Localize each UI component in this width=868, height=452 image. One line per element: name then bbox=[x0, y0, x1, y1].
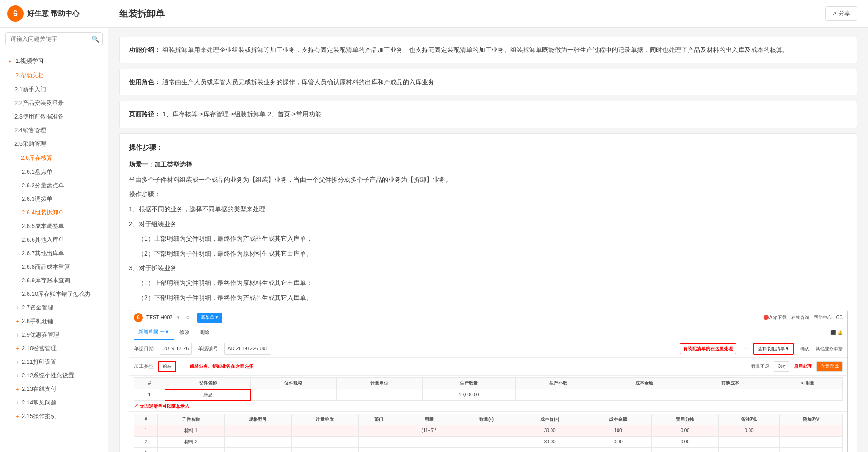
sidebar-child-label: 2.12系统个性化设置 bbox=[22, 371, 74, 380]
sidebar-grandchild-label: 2.6.1盘点单 bbox=[22, 168, 52, 176]
sidebar-item-cost[interactable]: 2.6.5成本调整单 bbox=[0, 219, 108, 233]
sidebar-item-finance[interactable]: ＋ 2.7资金管理 bbox=[0, 301, 108, 314]
col-cost-alloc: 费用分摊 bbox=[651, 414, 718, 425]
screenshot-inner: 6 TEST-H002 ▼ ⚙ 新架单▼ 🔴 App下载 在线咨询 帮助中心 C… bbox=[129, 310, 847, 452]
sidebar-item-custom[interactable]: ＋ 2.12系统个性化设置 bbox=[0, 369, 108, 382]
sidebar-child-label: 2.3使用前数据准备 bbox=[14, 113, 64, 121]
page-title: 组装拆卸单 bbox=[119, 8, 165, 20]
sidebar-item-video[interactable]: ＋ 1.视频学习 bbox=[0, 54, 108, 68]
main-area: 组装拆卸单 ↗ 分享 功能介绍： 组装拆卸单用来处理企业组装或拆卸等加工业务，支… bbox=[108, 0, 868, 452]
form-date-label: 单据日期 bbox=[134, 344, 154, 353]
form-code-label: 单据编号 bbox=[198, 344, 218, 353]
sidebar-item-goodscost[interactable]: 2.6.8商品成本重算 bbox=[0, 260, 108, 274]
sidebar-child-label: 2.5采购管理 bbox=[14, 140, 46, 148]
sidebar-item-sales[interactable]: 2.4销售管理 bbox=[0, 124, 108, 137]
select-bom-btn[interactable]: 选择装配清单▼ bbox=[753, 343, 794, 355]
sidebar-item-adjust[interactable]: 2.6.3调拨单 bbox=[0, 192, 108, 206]
sidebar-item-ops[interactable]: ＋ 2.10经营管理 bbox=[0, 342, 108, 355]
sidebar-item-outother[interactable]: 2.6.7其他出库单 bbox=[0, 247, 108, 260]
sidebar-item-partial[interactable]: 2.6.2分量盘点单 bbox=[0, 179, 108, 192]
sidebar-child-label: 2.8手机旺铺 bbox=[22, 317, 53, 325]
col-remark1: 备注列1 bbox=[718, 414, 780, 425]
col-parent-spec: 父件规格 bbox=[251, 377, 337, 389]
confirm-label: 确认 bbox=[800, 345, 809, 353]
scenario1-desc: 当由多个子件材料组装成一个成品的业务为【组装】业务，当由一个父件拆分成多个子产品… bbox=[129, 174, 848, 186]
expand-icon: ＋ bbox=[14, 385, 20, 393]
sidebar-item-mobile[interactable]: ＋ 2.8手机旺铺 bbox=[0, 314, 108, 328]
col-extra: 附加列V bbox=[780, 414, 843, 425]
search-icon: 🔍 bbox=[91, 35, 99, 43]
col-num2: # bbox=[134, 414, 158, 425]
sidebar-header: 6 好生意 帮助中心 bbox=[0, 0, 108, 28]
col-parent-name: 父件名称 bbox=[165, 377, 251, 389]
sidebar-child-label: 2.1新手入门 bbox=[14, 86, 46, 94]
sidebar-item-install[interactable]: 2.2产品安装及登录 bbox=[0, 96, 108, 110]
search-box[interactable]: 🔍 bbox=[0, 28, 108, 50]
app-title: 好生意 帮助中心 bbox=[27, 9, 80, 19]
col-cost-amount: 成本金额 bbox=[601, 377, 687, 389]
sidebar-grandchild-label: 2.6.10库存账本错了怎么办 bbox=[22, 290, 91, 298]
sidebar-item-stockcheck[interactable]: 2.6.9库存账本查询 bbox=[0, 274, 108, 287]
app-tools: 🔴 App下载 在线咨询 帮助中心 CC bbox=[763, 314, 843, 322]
nav-tab-home[interactable]: 新架单▼ bbox=[197, 313, 222, 323]
content-area: 功能介绍： 组装拆卸单用来处理企业组装或拆卸等加工业务，支持有固定装配清单的产品… bbox=[108, 28, 868, 452]
sidebar-item-inventory[interactable]: 2.6.1盘点单 bbox=[0, 165, 108, 179]
sidebar-item-stockerr[interactable]: 2.6.10库存账本错了怎么办 bbox=[0, 287, 108, 301]
sidebar-item-predata[interactable]: 2.3使用前数据准备 bbox=[0, 110, 108, 124]
sidebar-child-label: 2.13在线支付 bbox=[22, 385, 57, 393]
sidebar-grandchild-label: 2.6.5成本调整单 bbox=[22, 222, 64, 230]
sidebar-child-label: 2.4销售管理 bbox=[14, 126, 46, 134]
search-input[interactable] bbox=[5, 32, 103, 45]
col-prod-decimal: 生产小数 bbox=[515, 377, 601, 389]
other-actions: 其他业务单据 bbox=[816, 345, 843, 353]
steps-card: 操作步骤： 场景一：加工类型选择 当由多个子件材料组装成一个成品的业务为【组装】… bbox=[119, 133, 857, 452]
type-select[interactable]: 组装 bbox=[158, 361, 176, 372]
sidebar-item-stock[interactable]: － 2.6库存核算 bbox=[0, 151, 108, 165]
sidebar-item-new[interactable]: 2.1新手入门 bbox=[0, 83, 108, 96]
annotation-type: 组装业务、拆卸业务在这里选择 bbox=[190, 362, 253, 371]
sidebar-grandchild-label: 2.6.7其他出库单 bbox=[22, 249, 64, 257]
expand-icon: ＋ bbox=[14, 318, 20, 325]
sidebar-child-label: 2.2产品安装及登录 bbox=[14, 99, 64, 107]
sidebar-item-cases[interactable]: ＋ 2.15操作案例 bbox=[0, 409, 108, 423]
sidebar-item-inother[interactable]: 2.6.6其他入库单 bbox=[0, 233, 108, 247]
parent-table: # 父件名称 父件规格 计量单位 生产数量 生产小数 成本金额 其他成本 可用量 bbox=[134, 377, 843, 401]
col-prod-qty: 生产数量 bbox=[422, 377, 515, 389]
sidebar-item-docs[interactable]: － 2.帮助文档 bbox=[0, 68, 108, 83]
tab-new-bill[interactable]: 新增单据 一▼ bbox=[134, 325, 174, 340]
role-card: 使用角色： 通常由生产人员或库管人员完成拆装业务的操作，库管人员确认原材料的出库… bbox=[119, 69, 857, 95]
expand-icon: ＋ bbox=[14, 331, 20, 339]
enable-btn[interactable]: 立案完成 bbox=[816, 361, 843, 372]
logo-icon: 6 bbox=[7, 5, 24, 22]
sidebar-item-purchase[interactable]: 2.5采购管理 bbox=[0, 137, 108, 151]
child-table: # 子件名称 规格型号 计量单位 部门 用量 数量(≈) 成本价(≈) 成本金额 bbox=[134, 414, 843, 452]
nav-tree: ＋ 1.视频学习 － 2.帮助文档 2.1新手入门 2.2产品安装及登录 2.3… bbox=[0, 50, 108, 452]
help-center: 帮助中心 bbox=[814, 314, 832, 322]
toolbar-right: ⬛ 🔔 bbox=[830, 328, 843, 337]
tab-delete[interactable]: 删除 bbox=[195, 326, 214, 339]
step2: 2、对于组装业务 bbox=[129, 218, 848, 230]
sidebar-child-label: 2.14常见问题 bbox=[22, 399, 57, 407]
expand-icon: ＋ bbox=[14, 372, 20, 380]
sidebar-item-print[interactable]: ＋ 2.11打印设置 bbox=[0, 355, 108, 369]
sidebar-grandchild-label: 2.6.4组装拆卸单 bbox=[22, 209, 64, 217]
share-button[interactable]: ↗ 分享 bbox=[825, 6, 857, 21]
table-row: 2 棉料 2 30.00 0.00 0.00 bbox=[134, 436, 843, 447]
sidebar-item-payment[interactable]: ＋ 2.13在线支付 bbox=[0, 382, 108, 396]
type-row: 加工类型 组装 组装业务、拆卸业务在这里选择 数量不足 3次 启用处理 立案完成 bbox=[129, 358, 847, 376]
sidebar-item-faq[interactable]: ＋ 2.14常见问题 bbox=[0, 396, 108, 409]
screenshot-image: 6 TEST-H002 ▼ ⚙ 新架单▼ 🔴 App下载 在线咨询 帮助中心 C… bbox=[129, 310, 848, 452]
step3-2: （2）下部明细为子件明细，最终作为产成品生成其它入库单。 bbox=[138, 292, 848, 304]
sidebar-grandchild-label: 2.6.3调拨单 bbox=[22, 195, 52, 203]
tab-modify[interactable]: 修改 bbox=[175, 326, 194, 339]
expand-icon: ＋ bbox=[14, 358, 20, 366]
app-logo-icon: 6 bbox=[134, 313, 143, 322]
col-usage: 用量 bbox=[400, 414, 458, 425]
app-topbar: 6 TEST-H002 ▼ ⚙ 新架单▼ 🔴 App下载 在线咨询 帮助中心 C… bbox=[129, 310, 847, 325]
sidebar-child-label: 2.15操作案例 bbox=[22, 412, 57, 420]
sidebar-item-assembly[interactable]: 2.6.4组装拆卸单 bbox=[0, 206, 108, 219]
annotation-no-fixed: ↗ 无固定清单可以随意录入 bbox=[134, 402, 189, 410]
parent-table-area: # 父件名称 父件规格 计量单位 生产数量 生产小数 成本金额 其他成本 可用量 bbox=[129, 376, 847, 401]
sidebar-item-coupon[interactable]: ＋ 2.9优惠券管理 bbox=[0, 328, 108, 342]
role-label: 使用角色： bbox=[129, 78, 160, 86]
